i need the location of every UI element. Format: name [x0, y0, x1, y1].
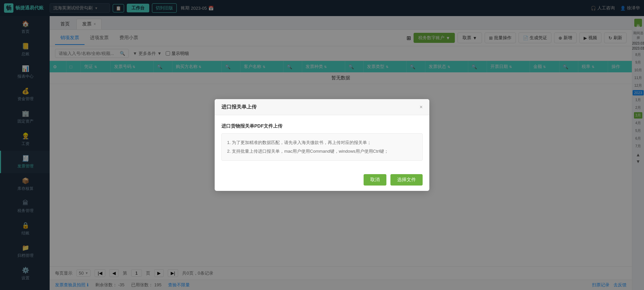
modal-info-box: 1. 为了更加精准的数据匹配，请先录入海关缴款书，再上传对应的报关单； 2. 支… — [221, 133, 423, 161]
modal-close-button[interactable]: × — [420, 104, 423, 110]
modal: 进口报关单上传 × 进口货物报关单PDF文件上传 1. 为了更加精准的数据匹配，… — [215, 99, 429, 191]
modal-info-item-2: 2. 支持批量上传进口报关单，mac用户使用Command键，windows用户… — [227, 147, 417, 156]
modal-body: 进口货物报关单PDF文件上传 1. 为了更加精准的数据匹配，请先录入海关缴款书，… — [215, 115, 429, 169]
modal-cancel-button[interactable]: 取消 — [364, 174, 386, 186]
modal-header: 进口报关单上传 × — [215, 99, 429, 115]
modal-footer: 取消 选择文件 — [215, 169, 429, 191]
modal-section-title: 进口货物报关单PDF文件上传 — [221, 123, 423, 129]
modal-title: 进口报关单上传 — [221, 104, 257, 110]
modal-select-file-button[interactable]: 选择文件 — [390, 174, 423, 186]
modal-overlay: 进口报关单上传 × 进口货物报关单PDF文件上传 1. 为了更加精准的数据匹配，… — [0, 0, 644, 290]
modal-info-item-1: 1. 为了更加精准的数据匹配，请先录入海关缴款书，再上传对应的报关单； — [227, 138, 417, 147]
